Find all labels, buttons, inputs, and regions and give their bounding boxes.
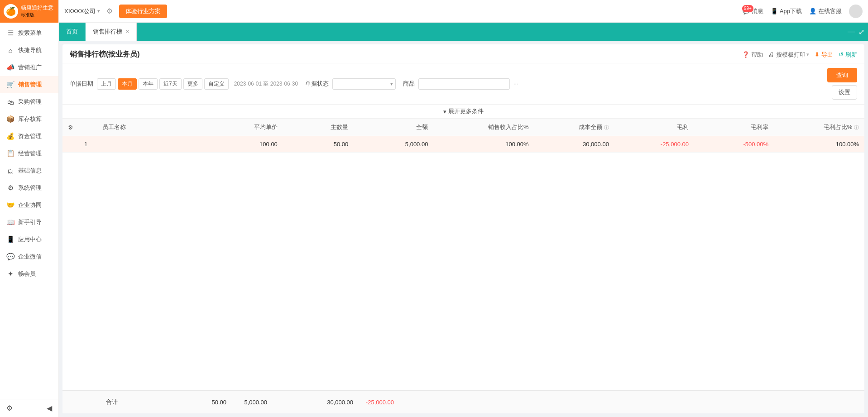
tab-maximize-button[interactable]: ⤢ bbox=[858, 28, 864, 36]
footer-prate-cell bbox=[399, 399, 440, 405]
sidebar-item-inventory[interactable]: 📦 库存核算 bbox=[0, 110, 58, 128]
tab-sales-ranking[interactable]: 销售排行榜 × bbox=[86, 23, 137, 41]
inventory-icon: 📦 bbox=[6, 115, 14, 123]
finance-icon: 💰 bbox=[6, 132, 14, 140]
row-employee-name-cell bbox=[97, 136, 203, 153]
online-service-button[interactable]: 👤 在线客服 bbox=[809, 7, 842, 15]
sidebar-item-sales[interactable]: 🛒 销售管理 bbox=[0, 76, 58, 93]
col-profit-pct: 毛利占比% ⓘ bbox=[774, 119, 864, 136]
tab-close-icon[interactable]: × bbox=[126, 29, 129, 35]
help-icon: ❓ bbox=[742, 51, 749, 58]
sidebar-item-base[interactable]: 🗂 基础信息 bbox=[0, 162, 58, 179]
sidebar-item-search[interactable]: ☰ 搜索菜单 bbox=[0, 24, 58, 42]
more-options-icon[interactable]: ··· bbox=[513, 81, 518, 87]
footer-pct-cell bbox=[273, 399, 318, 405]
export-button[interactable]: ⬇ 导出 bbox=[815, 51, 833, 59]
message-button[interactable]: 💬 99+ 消息 bbox=[743, 7, 763, 15]
sidebar-item-member[interactable]: ✦ 畅会员 bbox=[0, 265, 58, 283]
filter-row: 单据日期 上月 本月 本年 近7天 更多 自定义 2023-06-01 至 20… bbox=[70, 68, 857, 100]
print-button[interactable]: 🖨 按模板打印 bbox=[768, 51, 806, 59]
date-filter: 单据日期 上月 本月 本年 近7天 更多 自定义 2023-06-01 至 20… bbox=[70, 78, 298, 90]
help-button[interactable]: ❓ 帮助 bbox=[742, 51, 763, 59]
row-num-cell: 1 bbox=[79, 136, 97, 153]
footer-row: 合计 50.00 5,000.00 30,000.00 -25,000.00 bbox=[68, 395, 859, 409]
print-dropdown[interactable]: 🖨 按模板打印 ▾ bbox=[768, 51, 809, 59]
sidebar-item-system[interactable]: ⚙ 系统管理 bbox=[0, 179, 58, 197]
tab-minimize-button[interactable]: — bbox=[848, 28, 855, 36]
refresh-icon: ↺ bbox=[839, 51, 844, 58]
search-menu-icon: ☰ bbox=[6, 29, 14, 37]
tabbar: 首页 销售排行榜 × — ⤢ bbox=[59, 23, 868, 41]
status-select-wrap bbox=[332, 78, 396, 90]
col-profit-rate: 毛利率 bbox=[694, 119, 774, 136]
footer-qty-cell: 50.00 bbox=[196, 396, 232, 408]
sidebar-item-finance[interactable]: 💰 资金管理 bbox=[0, 128, 58, 145]
sidebar-item-operations[interactable]: 📋 经营管理 bbox=[0, 145, 58, 162]
topbar-gear-icon[interactable]: ⚙ bbox=[106, 7, 113, 15]
table-header-row: ⚙ 员工名称 平均单价 主数量 bbox=[62, 119, 864, 136]
date-btn-more[interactable]: 更多 bbox=[183, 78, 202, 90]
sidebar-item-wechat[interactable]: 💬 企业微信 bbox=[0, 248, 58, 265]
date-btn-this-month[interactable]: 本月 bbox=[118, 78, 137, 90]
row-avg-price-cell: 100.00 bbox=[203, 136, 283, 153]
row-sales-pct-cell: 100.00% bbox=[433, 136, 534, 153]
export-icon: ⬇ bbox=[815, 51, 820, 58]
row-settings-cell bbox=[62, 136, 79, 153]
print-chevron-icon: ▾ bbox=[806, 52, 809, 58]
date-btn-last-month[interactable]: 上月 bbox=[97, 78, 116, 90]
date-btn-this-year[interactable]: 本年 bbox=[139, 78, 158, 90]
table-row: 1 100.00 50.00 bbox=[62, 136, 864, 153]
sidebar-item-collab[interactable]: 🤝 企业协同 bbox=[0, 197, 58, 214]
tab-home[interactable]: 首页 bbox=[59, 23, 86, 41]
wechat-icon: 💬 bbox=[6, 253, 14, 261]
app-download-button[interactable]: 📱 App下载 bbox=[771, 7, 802, 15]
refresh-button[interactable]: ↺ 刷新 bbox=[839, 51, 857, 59]
cost-info-icon[interactable]: ⓘ bbox=[604, 125, 609, 130]
col-gross-profit: 毛利 bbox=[614, 119, 694, 136]
query-button[interactable]: 查询 bbox=[827, 68, 857, 82]
status-select[interactable] bbox=[332, 78, 396, 90]
guide-icon: 📖 bbox=[6, 218, 14, 226]
profit-pct-info-icon[interactable]: ⓘ bbox=[854, 125, 859, 130]
table-footer: 合计 50.00 5,000.00 30,000.00 -25,000.00 bbox=[62, 390, 864, 413]
data-table: ⚙ 员工名称 平均单价 主数量 bbox=[62, 119, 864, 153]
settings-button[interactable]: 设置 bbox=[832, 85, 857, 100]
trial-button[interactable]: 体验行业方案 bbox=[119, 5, 167, 18]
logo-text: 畅康通好生意 标准版 bbox=[21, 5, 53, 18]
purchase-icon: 🛍 bbox=[6, 98, 14, 106]
row-cost-cell: 30,000.00 bbox=[534, 136, 614, 153]
sidebar-item-purchase[interactable]: 🛍 采购管理 bbox=[0, 93, 58, 110]
expand-conditions-button[interactable]: ▾ 展开更多条件 bbox=[443, 107, 484, 115]
print-icon: 🖨 bbox=[768, 51, 774, 58]
page-title: 销售排行榜(按业务员) bbox=[70, 50, 140, 59]
date-label: 单据日期 bbox=[70, 80, 93, 88]
sidebar-logo: 🍊 畅康通好生意 标准版 bbox=[0, 0, 58, 23]
col-num bbox=[79, 119, 97, 136]
footer-settings-cell bbox=[68, 399, 82, 405]
filter-bar: 单据日期 上月 本月 本年 近7天 更多 自定义 2023-06-01 至 20… bbox=[62, 63, 864, 105]
footer-profit-cell: -25,000.00 bbox=[359, 396, 399, 408]
member-icon: ✦ bbox=[6, 270, 14, 278]
goods-input[interactable] bbox=[418, 78, 510, 90]
col-avg-price: 平均单价 bbox=[203, 119, 283, 136]
sidebar-settings-button[interactable]: ⚙ bbox=[6, 404, 13, 412]
user-avatar[interactable] bbox=[849, 5, 863, 18]
date-btn-7days[interactable]: 近7天 bbox=[159, 78, 182, 90]
date-range-display: 2023-06-01 至 2023-06-30 bbox=[234, 80, 298, 88]
column-settings-icon[interactable]: ⚙ bbox=[68, 124, 73, 131]
date-options: 上月 本月 本年 近7天 更多 自定义 bbox=[97, 78, 229, 90]
sidebar-item-marketing[interactable]: 📣 营销推广 bbox=[0, 59, 58, 76]
sidebar-item-apps[interactable]: 📱 应用中心 bbox=[0, 231, 58, 248]
date-btn-custom[interactable]: 自定义 bbox=[204, 78, 229, 90]
table-wrap: ⚙ 员工名称 平均单价 主数量 bbox=[62, 119, 864, 390]
status-label: 单据状态 bbox=[305, 80, 329, 88]
tabbar-actions: — ⤢ bbox=[844, 23, 868, 41]
status-filter: 单据状态 bbox=[305, 78, 396, 90]
home-icon: ⌂ bbox=[6, 47, 14, 54]
col-sales-pct: 销售收入占比% bbox=[433, 119, 534, 136]
expand-chevron-icon: ▾ bbox=[443, 108, 446, 115]
sidebar-collapse-button[interactable]: ◀ bbox=[47, 404, 52, 412]
company-selector[interactable]: XXXXX公司 ▾ bbox=[64, 7, 100, 15]
sidebar-item-shortcuts[interactable]: ⌂ 快捷导航 bbox=[0, 42, 58, 59]
sidebar-item-guide[interactable]: 📖 新手引导 bbox=[0, 214, 58, 231]
